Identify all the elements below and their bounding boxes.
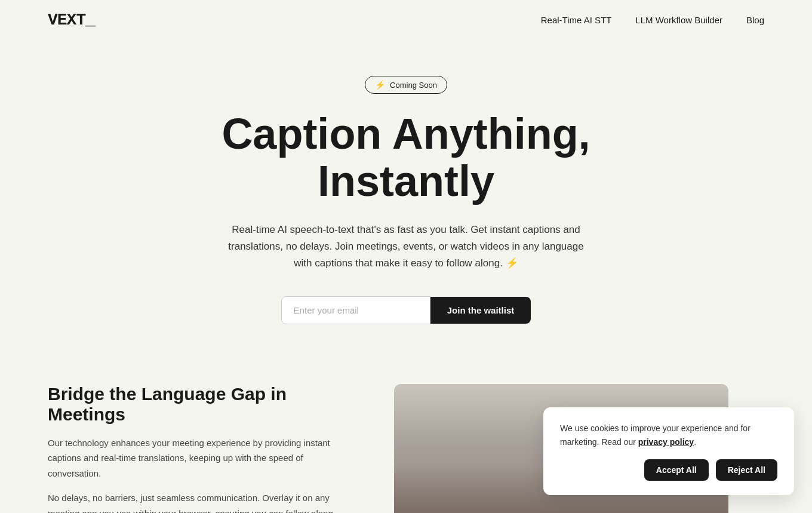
section-title: Bridge the Language Gap in Meetings	[48, 384, 358, 425]
logo[interactable]: VEXT_	[48, 11, 95, 29]
cookie-buttons: Accept All Reject All	[560, 459, 777, 481]
section-body-2: No delays, no barriers, just seamless co…	[48, 490, 358, 513]
navbar: VEXT_ Real-Time AI STT LLM Workflow Buil…	[0, 0, 812, 40]
cookie-banner: We use cookies to improve your experienc…	[543, 407, 794, 495]
cookie-text: We use cookies to improve your experienc…	[560, 422, 777, 449]
nav-llm-workflow-builder[interactable]: LLM Workflow Builder	[635, 15, 722, 25]
join-waitlist-button[interactable]: Join the waitlist	[430, 297, 531, 324]
reject-all-button[interactable]: Reject All	[716, 459, 777, 481]
cta-row: Join the waitlist	[281, 296, 531, 324]
nav-links: Real-Time AI STT LLM Workflow Builder Bl…	[541, 15, 764, 25]
badge-icon: ⚡	[375, 80, 385, 90]
nav-blog[interactable]: Blog	[746, 15, 764, 25]
nav-realtime-ai-stt[interactable]: Real-Time AI STT	[541, 15, 612, 25]
hero-section: ⚡ Coming Soon Caption Anything, Instantl…	[0, 40, 812, 348]
email-input[interactable]	[281, 296, 430, 324]
section-text: Bridge the Language Gap in Meetings Our …	[48, 384, 358, 513]
privacy-policy-link[interactable]: privacy policy	[638, 437, 694, 447]
hero-title: Caption Anything, Instantly	[137, 110, 675, 205]
badge-label: Coming Soon	[390, 81, 437, 90]
coming-soon-badge: ⚡ Coming Soon	[365, 76, 447, 94]
hero-subtitle: Real-time AI speech-to-text that's as fa…	[221, 222, 591, 272]
accept-all-button[interactable]: Accept All	[644, 459, 709, 481]
section-body-1: Our technology enhances your meeting exp…	[48, 435, 358, 481]
